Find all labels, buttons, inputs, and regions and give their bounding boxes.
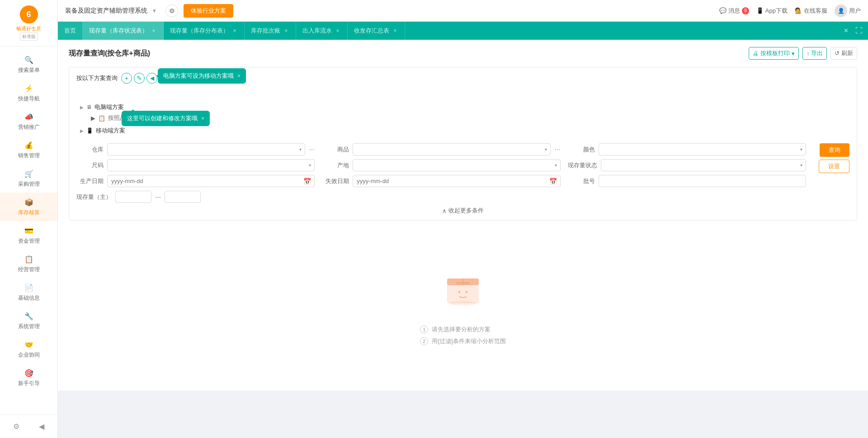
sidebar-item-finance[interactable]: 💳 资金管理 xyxy=(0,221,57,250)
sidebar-item-management[interactable]: 📋 经营管理 xyxy=(0,250,57,278)
user-avatar: 👤 xyxy=(835,5,847,17)
sidebar-item-quicknav[interactable]: ⚡ 快捷导航 xyxy=(0,79,57,107)
collab-icon: 🤝 xyxy=(24,339,34,349)
filter-fields-container: 仓库 ▾ ··· 商品 xyxy=(76,143,849,203)
sales-icon: 💰 xyxy=(24,140,34,150)
sub-icon: 📋 xyxy=(98,115,105,122)
goods-more-icon[interactable]: ··· xyxy=(554,146,560,154)
warehouse-label: 仓库 xyxy=(76,146,104,154)
stock-status-select-wrapper: ▾ xyxy=(601,159,806,171)
tab-inventory-status[interactable]: 现存量（库存状况表） × xyxy=(83,22,164,40)
sidebar-item-sales[interactable]: 💰 销售管理 xyxy=(0,136,57,164)
tab-batch[interactable]: 库存批次账 × xyxy=(245,22,296,40)
collapse-arrow-icon: ∧ xyxy=(442,207,447,214)
size-label: 尺码 xyxy=(76,161,104,170)
origin-input[interactable] xyxy=(353,159,560,171)
tooltip-2-close[interactable]: × xyxy=(201,115,204,122)
gear-button[interactable]: ⚙ xyxy=(165,5,178,17)
origin-select-wrapper: ▾ xyxy=(353,159,560,171)
tooltip-1-close[interactable]: × xyxy=(237,73,241,79)
avatar-icon: 👤 xyxy=(838,8,844,14)
sidebar-item-system[interactable]: 🔧 系统管理 xyxy=(0,306,57,335)
sidebar-item-label: 经营管理 xyxy=(18,266,40,273)
edit-scheme-btn[interactable]: ✎ xyxy=(134,73,145,84)
production-date-input[interactable] xyxy=(107,175,315,187)
trial-button[interactable]: 体验行业方案 xyxy=(184,4,233,18)
query-button[interactable]: 查询 xyxy=(820,143,849,157)
system-dropdown-icon[interactable]: ▾ xyxy=(153,7,160,14)
export-button[interactable]: ↑ 导出 xyxy=(802,47,827,60)
user-item[interactable]: 👤 用户 xyxy=(835,5,861,17)
purchase-icon: 🛒 xyxy=(24,169,34,179)
reset-button[interactable]: 设置 xyxy=(819,160,849,173)
svg-point-4 xyxy=(449,301,476,306)
stock-min-input[interactable] xyxy=(115,191,151,203)
batch-label: 批号 xyxy=(568,177,595,185)
lightning-icon: ⚡ xyxy=(24,83,34,93)
sidebar-item-basic-info[interactable]: 📄 基础信息 xyxy=(0,278,57,306)
collapse-button[interactable]: ∧ 收起更多条件 xyxy=(76,207,849,215)
settings-footer-icon[interactable]: ⚙ xyxy=(11,420,21,433)
filter-fields-main: 仓库 ▾ ··· 商品 xyxy=(76,143,806,203)
stock-max-input[interactable] xyxy=(165,191,201,203)
sidebar-item-inventory[interactable]: 📦 库存核算 xyxy=(0,193,57,221)
warehouse-input[interactable] xyxy=(107,143,305,155)
tab-inventory-dist[interactable]: 现存量（库存分布表） × xyxy=(164,22,245,40)
tab-home[interactable]: 首页 xyxy=(58,22,83,40)
sidebar-item-marketing[interactable]: 📣 营销推广 xyxy=(0,107,57,136)
sidebar-item-search[interactable]: 🔍 搜索菜单 xyxy=(0,50,57,79)
system-icon: 🔧 xyxy=(24,311,34,321)
sidebar-item-label: 销售管理 xyxy=(18,152,40,160)
app-download-item[interactable]: 📱 App下载 xyxy=(756,7,788,15)
sub-arrow: ▶ xyxy=(91,115,95,122)
tab-close-flow[interactable]: × xyxy=(335,28,341,34)
tab-close-all-btn[interactable]: × xyxy=(842,25,850,37)
production-date-filter: 生产日期 📅 xyxy=(76,175,315,187)
sidebar-item-label: 企业协同 xyxy=(18,351,40,359)
tab-close-inventory-status[interactable]: × xyxy=(151,28,157,34)
goods-input[interactable] xyxy=(353,143,551,155)
export-icon: ↑ xyxy=(807,50,810,57)
color-input[interactable] xyxy=(599,143,806,155)
sidebar-item-collab[interactable]: 🤝 企业协同 xyxy=(0,335,57,363)
add-scheme-btn[interactable]: + xyxy=(121,73,132,84)
filter-row-1: 仓库 ▾ ··· 商品 xyxy=(76,143,806,155)
tutorial-icon: 🎯 xyxy=(24,368,34,378)
tab-flow[interactable]: 出入库流水 × xyxy=(296,22,348,40)
batch-filter: 批号 xyxy=(568,175,806,187)
message-item[interactable]: 💬 消息 9 xyxy=(719,7,749,15)
range-dash: — xyxy=(153,193,163,200)
expiry-date-label: 失效日期 xyxy=(322,177,349,185)
stock-status-input[interactable] xyxy=(601,159,806,171)
tab-label: 出入库流水 xyxy=(302,27,332,35)
logo-badge: 标准版 xyxy=(20,33,38,41)
tab-summary[interactable]: 收发存汇总表 × xyxy=(348,22,405,40)
print-icon: 🖨 xyxy=(753,50,759,57)
sidebar-item-purchase[interactable]: 🛒 采购管理 xyxy=(0,164,57,193)
warehouse-more-icon[interactable]: ··· xyxy=(309,146,315,154)
print-button[interactable]: 🖨 按模板打印 ▾ xyxy=(749,47,799,60)
expiry-date-wrapper: 📅 xyxy=(353,175,560,187)
empty-step-1: 1 请先选择要分析的方案 xyxy=(420,324,505,335)
online-service-item[interactable]: 💁 在线客服 xyxy=(795,7,827,15)
header-right: 💬 消息 9 📱 App下载 💁 在线客服 👤 用户 xyxy=(719,5,861,17)
tab-close-inventory-dist[interactable]: × xyxy=(231,28,238,34)
stock-main-label: 现存量（主） xyxy=(76,193,112,201)
tab-close-batch[interactable]: × xyxy=(283,28,289,34)
empty-step-2: 2 用[过滤]条件来缩小分析范围 xyxy=(420,335,505,347)
expiry-date-input[interactable] xyxy=(353,175,560,187)
tab-label: 现存量（库存分布表） xyxy=(170,27,229,35)
mobile-scheme-item[interactable]: ▶ 📱 移动端方案 xyxy=(80,125,849,136)
sidebar-item-tutorial[interactable]: 🎯 新手引导 xyxy=(0,363,57,392)
size-input[interactable] xyxy=(107,159,315,171)
batch-input[interactable] xyxy=(599,175,806,187)
header-left: 装备及固定资产辅助管理系统 ▾ ⚙ 体验行业方案 xyxy=(65,4,233,18)
tab-close-summary[interactable]: × xyxy=(392,28,398,34)
tab-fullscreen-btn[interactable]: ⛶ xyxy=(854,25,864,37)
refresh-button[interactable]: ↺ 刷新 xyxy=(830,47,857,60)
goods-label: 商品 xyxy=(322,146,349,154)
message-badge: 9 xyxy=(742,7,749,14)
step-2-text: 用[过滤]条件来缩小分析范围 xyxy=(432,335,505,347)
filter-area: 按以下方案查询 + ✎ ◀ 电脑方案可设为移动方案哦 × xyxy=(69,67,857,221)
collapse-sidebar-icon[interactable]: ◀ xyxy=(37,420,46,433)
